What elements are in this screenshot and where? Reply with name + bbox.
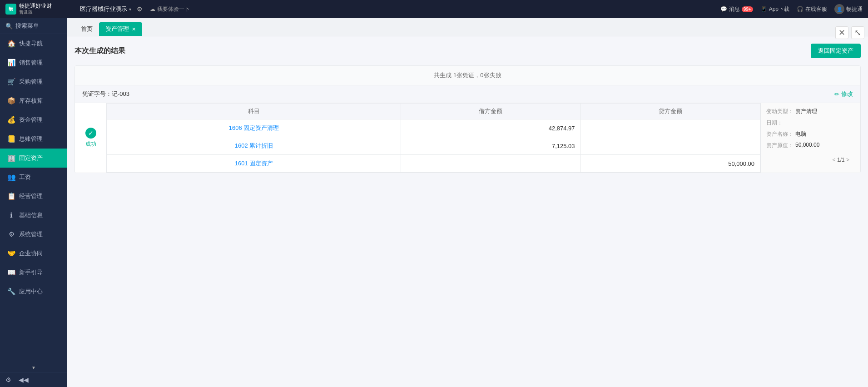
col-credit-header: 贷方金额 bbox=[580, 104, 760, 119]
collapse-sidebar-icon[interactable]: ◀◀ bbox=[19, 376, 29, 383]
home-icon: 🏠 bbox=[7, 40, 15, 48]
voucher-table: 科目 借方金额 贷方金额 1606 固定资产清理 bbox=[107, 103, 760, 173]
sidebar-item-quick-nav[interactable]: 🏠 快捷导航 bbox=[0, 34, 67, 53]
sidebar-item-sales[interactable]: 📊 销售管理 bbox=[0, 53, 67, 72]
sidebar-item-label: 基础信息 bbox=[19, 211, 43, 219]
sidebar-item-label: 总账管理 bbox=[19, 135, 43, 143]
app-edition: 普及版 bbox=[19, 9, 52, 15]
sales-icon: 📊 bbox=[7, 59, 15, 67]
debit-cell bbox=[401, 155, 580, 173]
account-link[interactable]: 1606 固定资产清理 bbox=[229, 124, 279, 131]
main-layout: 🔍 搜索菜单 🏠 快捷导航 📊 销售管理 🛒 采购管理 📦 库存核算 💰 bbox=[0, 18, 868, 387]
logo-area: 畅 畅捷通好业财 普及版 bbox=[5, 3, 73, 15]
sidebar-item-payroll[interactable]: 👥 工资 bbox=[0, 168, 67, 187]
sidebar-item-label: 企业协同 bbox=[19, 249, 43, 258]
col-subject-header: 科目 bbox=[107, 104, 401, 119]
voucher-body: ✓ 成功 科目 借方金额 贷 bbox=[75, 103, 860, 173]
sidebar-item-operations[interactable]: 📋 经营管理 bbox=[0, 187, 67, 206]
page-info: 1/1 bbox=[837, 157, 846, 163]
sidebar-item-app-center[interactable]: 🔧 应用中心 bbox=[0, 282, 67, 301]
summary-text: 共生成 1张凭证，0张失败 bbox=[434, 72, 501, 79]
sidebar-item-label: 资金管理 bbox=[19, 116, 43, 124]
company-name: 医疗器械行业演示 bbox=[80, 5, 127, 13]
account-link[interactable]: 1601 固定资产 bbox=[235, 160, 273, 167]
online-support-button[interactable]: 🎧 在线客服 bbox=[797, 5, 827, 13]
page-title: 本次生成的结果 bbox=[74, 46, 125, 56]
mobile-icon: 📱 bbox=[760, 6, 767, 12]
sidebar-item-purchase[interactable]: 🛒 采购管理 bbox=[0, 72, 67, 91]
next-page-icon[interactable]: > bbox=[846, 157, 849, 163]
sidebar-item-base-info[interactable]: ℹ 基础信息 bbox=[0, 206, 67, 225]
tab-close-icon[interactable]: ✕ bbox=[132, 26, 136, 32]
sidebar-item-label: 系统管理 bbox=[19, 230, 43, 238]
table-column: 科目 借方金额 贷方金额 1606 固定资产清理 bbox=[107, 103, 760, 173]
sidebar-item-capital[interactable]: 💰 资金管理 bbox=[0, 110, 67, 129]
sidebar-item-guide[interactable]: 📖 新手引导 bbox=[0, 263, 67, 282]
asset-name-value: 电脑 bbox=[795, 130, 806, 138]
pagination: < 1/1 > bbox=[766, 153, 855, 167]
voucher-header: 凭证字号：记-003 ✏ 修改 bbox=[75, 85, 860, 103]
online-support-label: 在线客服 bbox=[805, 5, 827, 13]
original-value-label: 资产原值： bbox=[766, 142, 794, 149]
credit-cell: 50,000.00 bbox=[580, 155, 760, 173]
sidebar-item-fixed-assets[interactable]: 🏢 固定资产 bbox=[0, 149, 67, 168]
success-icon: ✓ bbox=[85, 128, 96, 139]
search-label: 搜索菜单 bbox=[15, 22, 39, 30]
success-label: 成功 bbox=[85, 140, 96, 148]
edit-button[interactable]: ✏ 修改 bbox=[834, 90, 853, 98]
user-info[interactable]: 👤 畅捷通 bbox=[834, 4, 863, 14]
sidebar-item-label: 经营管理 bbox=[19, 192, 43, 200]
sidebar-item-inventory[interactable]: 📦 库存核算 bbox=[0, 91, 67, 110]
close-panel-icon[interactable]: ✕ bbox=[835, 26, 848, 39]
date-row: 日期： bbox=[766, 119, 855, 127]
cloud-icon: ☁ bbox=[150, 6, 155, 12]
app-download-label: App下载 bbox=[769, 5, 789, 13]
tab-home[interactable]: 首页 bbox=[74, 22, 99, 36]
sidebar-item-system[interactable]: ⚙ 系统管理 bbox=[0, 225, 67, 244]
experience-button[interactable]: ☁ 我要体验一下 bbox=[150, 5, 190, 13]
purchase-icon: 🛒 bbox=[7, 78, 15, 86]
sidebar-item-label: 采购管理 bbox=[19, 78, 43, 86]
scroll-down-arrow[interactable]: ▼ bbox=[0, 363, 67, 372]
status-column: ✓ 成功 bbox=[75, 103, 107, 173]
app-download-button[interactable]: 📱 App下载 bbox=[760, 5, 789, 13]
company-selector[interactable]: 医疗器械行业演示 ▾ bbox=[80, 5, 131, 13]
panel-controls: ✕ ⤡ bbox=[835, 26, 864, 39]
sidebar: 🔍 搜索菜单 🏠 快捷导航 📊 销售管理 🛒 采购管理 📦 库存核算 💰 bbox=[0, 18, 67, 387]
expand-panel-icon[interactable]: ⤡ bbox=[851, 26, 864, 39]
date-label: 日期： bbox=[766, 119, 783, 127]
prev-page-icon[interactable]: < bbox=[833, 157, 836, 163]
tab-asset-label: 资产管理 bbox=[105, 25, 129, 33]
bottom-settings-icon[interactable]: ⚙ bbox=[5, 376, 11, 383]
chevron-down-icon: ▾ bbox=[129, 7, 131, 12]
user-name: 畅捷通 bbox=[846, 5, 863, 13]
sidebar-search[interactable]: 🔍 搜索菜单 bbox=[0, 18, 67, 34]
sidebar-item-label: 新手引导 bbox=[19, 268, 43, 277]
header-right: 💬 消息 99+ 📱 App下载 🎧 在线客服 👤 畅捷通 bbox=[720, 4, 863, 14]
sidebar-item-label: 工资 bbox=[19, 173, 31, 181]
change-type-value: 资产清理 bbox=[795, 108, 817, 115]
message-badge: 99+ bbox=[742, 6, 753, 12]
subject-cell: 1601 固定资产 bbox=[107, 155, 401, 173]
edit-label: 修改 bbox=[841, 90, 853, 98]
sidebar-item-general-ledger[interactable]: 📒 总账管理 bbox=[0, 129, 67, 149]
avatar: 👤 bbox=[834, 4, 844, 14]
subject-cell: 1602 累计折旧 bbox=[107, 137, 401, 155]
top-header: 畅 畅捷通好业财 普及版 医疗器械行业演示 ▾ ⚙ ☁ 我要体验一下 💬 消息 … bbox=[0, 0, 868, 18]
original-value-value: 50,000.00 bbox=[795, 142, 819, 148]
settings-icon[interactable]: ⚙ bbox=[137, 5, 143, 13]
inventory-icon: 📦 bbox=[7, 97, 15, 105]
capital-icon: 💰 bbox=[7, 116, 15, 124]
sidebar-scroll: 🏠 快捷导航 📊 销售管理 🛒 采购管理 📦 库存核算 💰 资金管理 📒 bbox=[0, 34, 67, 363]
sidebar-item-cooperation[interactable]: 🤝 企业协同 bbox=[0, 244, 67, 263]
cooperation-icon: 🤝 bbox=[7, 249, 15, 258]
tab-asset-management[interactable]: 资产管理 ✕ bbox=[99, 22, 142, 36]
sidebar-item-label: 固定资产 bbox=[19, 154, 43, 162]
account-link[interactable]: 1602 累计折旧 bbox=[235, 142, 273, 149]
payroll-icon: 👥 bbox=[7, 173, 15, 181]
tab-home-label: 首页 bbox=[81, 25, 93, 33]
message-button[interactable]: 💬 消息 99+ bbox=[720, 5, 753, 13]
experience-label: 我要体验一下 bbox=[157, 5, 190, 13]
app-name: 畅捷通好业财 bbox=[19, 3, 52, 9]
return-button[interactable]: 返回固定资产 bbox=[811, 44, 861, 58]
